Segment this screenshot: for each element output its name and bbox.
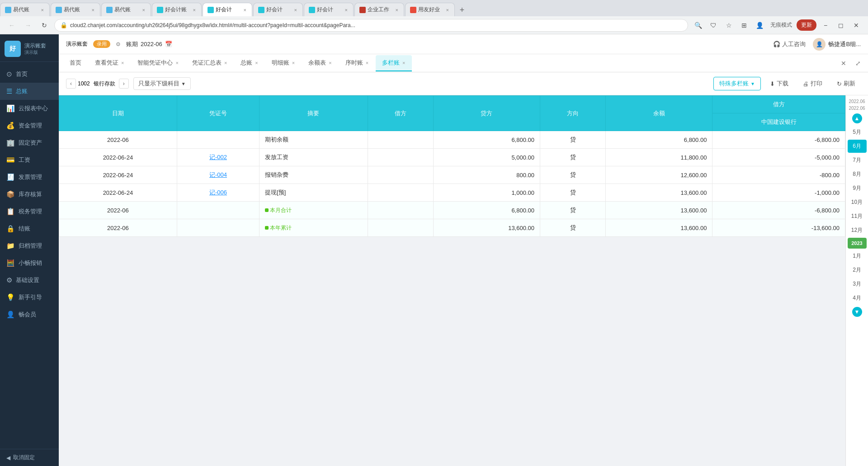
settings-gear-icon[interactable]: ⚙ bbox=[116, 41, 121, 47]
headset-icon: 🎧 bbox=[773, 41, 780, 47]
tab-close-6[interactable]: × bbox=[293, 7, 298, 13]
sidebar-item-archive[interactable]: 📁 归档管理 bbox=[0, 237, 59, 254]
month-10[interactable]: 10月 bbox=[848, 196, 867, 209]
sidebar-item-invoice[interactable]: 🧾 发票管理 bbox=[0, 169, 59, 186]
search-button[interactable]: 🔍 bbox=[692, 19, 704, 32]
cell-voucher-1[interactable]: 记-002 bbox=[177, 149, 259, 166]
period-selector[interactable]: 账期 2022-06 📅 bbox=[126, 40, 172, 48]
month-2[interactable]: 2月 bbox=[848, 264, 867, 277]
tab-balance[interactable]: 余额表 × bbox=[302, 55, 338, 71]
reload-button[interactable]: ↻ bbox=[38, 19, 51, 32]
close-panel-button[interactable]: ✕ bbox=[838, 58, 849, 69]
tab-6[interactable]: 好会计 × bbox=[253, 3, 303, 16]
sidebar-item-asset[interactable]: 🏢 固定资产 bbox=[0, 134, 59, 151]
month-12[interactable]: 12月 bbox=[848, 224, 867, 237]
expand-panel-button[interactable]: ⤢ bbox=[853, 58, 863, 69]
tab-sequence[interactable]: 序时账 × bbox=[339, 55, 375, 71]
sidebar-item-ledger[interactable]: ☰ 总账 bbox=[0, 83, 59, 100]
tab-ledger[interactable]: 总账 × bbox=[234, 55, 264, 71]
consultant-button[interactable]: 🎧 人工咨询 bbox=[773, 40, 806, 48]
print-button[interactable]: 🖨 打印 bbox=[797, 77, 828, 90]
tab-smart[interactable]: 智能凭证中心 × bbox=[131, 55, 184, 71]
download-button[interactable]: ⬇ 下载 bbox=[764, 77, 794, 90]
month-4[interactable]: 4月 bbox=[848, 292, 867, 305]
month-5[interactable]: 5月 bbox=[848, 126, 867, 139]
month-9[interactable]: 9月 bbox=[848, 182, 867, 195]
logo-text: 演示账套 演示版 bbox=[24, 42, 46, 56]
sidebar-item-expense[interactable]: 🧮 小畅报销 bbox=[0, 254, 59, 272]
tab-close-8[interactable]: × bbox=[395, 7, 399, 13]
minimize-button[interactable]: − bbox=[819, 19, 832, 32]
cell-voucher-2[interactable]: 记-004 bbox=[177, 166, 259, 184]
pin-toggle[interactable]: ◀ 取消固定 bbox=[0, 449, 59, 466]
tab-4[interactable]: 好会计账 × bbox=[152, 3, 202, 16]
sidebar-item-guide[interactable]: 💡 新手引导 bbox=[0, 289, 59, 306]
tab-multi[interactable]: 多栏账 × bbox=[376, 55, 411, 71]
restore-button[interactable]: ◻ bbox=[835, 19, 847, 32]
scroll-down-button[interactable]: ▼ bbox=[852, 307, 862, 317]
tab-summary[interactable]: 凭证汇总表 × bbox=[186, 55, 233, 71]
sidebar-item-tax[interactable]: 📋 税务管理 bbox=[0, 203, 59, 220]
close-window-button[interactable]: ✕ bbox=[850, 19, 863, 32]
tab-7[interactable]: 好会计 × bbox=[304, 3, 354, 16]
tab-2[interactable]: 易代账 × bbox=[51, 3, 100, 16]
prev-account-button[interactable]: ‹ bbox=[66, 79, 76, 89]
tab-9[interactable]: 用友好业 × bbox=[405, 3, 455, 16]
month-11[interactable]: 11月 bbox=[848, 210, 867, 223]
tab-smart-close[interactable]: × bbox=[175, 60, 178, 66]
tab-close-7[interactable]: × bbox=[344, 7, 349, 13]
tab-close-2[interactable]: × bbox=[91, 7, 95, 13]
tab-close-9[interactable]: × bbox=[445, 7, 450, 13]
sidebar-item-fund[interactable]: 💰 资金管理 bbox=[0, 117, 59, 134]
th-credit: 贷方 bbox=[433, 96, 540, 131]
tab-detail-close[interactable]: × bbox=[292, 60, 295, 66]
tab-close-4[interactable]: × bbox=[192, 7, 197, 13]
month-3[interactable]: 3月 bbox=[848, 278, 867, 291]
update-button[interactable]: 更新 bbox=[797, 19, 816, 31]
cell-voucher-3[interactable]: 记-006 bbox=[177, 184, 259, 202]
forward-button[interactable]: → bbox=[22, 19, 34, 32]
tab-detail[interactable]: 明细账 × bbox=[265, 55, 301, 71]
tab-3[interactable]: 易代账 × bbox=[101, 3, 151, 16]
tab-home[interactable]: 首页 bbox=[63, 55, 88, 71]
sidebar-item-salary[interactable]: 💳 工资 bbox=[0, 151, 59, 169]
month-1[interactable]: 1月 bbox=[848, 249, 867, 263]
address-bar[interactable]: 🔒 cloud2.chanjet.com/accounting/uh26t264… bbox=[54, 19, 688, 32]
tab-balance-close[interactable]: × bbox=[329, 60, 331, 66]
tab-ledger-close[interactable]: × bbox=[255, 60, 258, 66]
month-8[interactable]: 8月 bbox=[848, 168, 867, 181]
split-screen-button[interactable]: ⊞ bbox=[738, 19, 750, 32]
sidebar-item-report[interactable]: 📊 云报表中心 bbox=[0, 100, 59, 117]
sidebar-item-settings[interactable]: ⚙ 基础设置 bbox=[0, 272, 59, 289]
tab-voucher-close[interactable]: × bbox=[121, 60, 124, 66]
tab-close-5[interactable]: × bbox=[243, 7, 247, 13]
tab-close-3[interactable]: × bbox=[142, 7, 146, 13]
sidebar-item-home[interactable]: ⊙ 首页 bbox=[0, 66, 59, 83]
tab-close-1[interactable]: × bbox=[40, 7, 45, 13]
next-account-button[interactable]: › bbox=[119, 79, 129, 89]
profile-button[interactable]: 👤 bbox=[753, 19, 766, 32]
star-button[interactable]: ☆ bbox=[722, 19, 735, 32]
month-7[interactable]: 7月 bbox=[848, 154, 867, 167]
tab-sequence-close[interactable]: × bbox=[366, 60, 368, 66]
filter-dropdown[interactable]: 只显示下级科目 ▼ bbox=[133, 77, 191, 90]
scroll-up-button[interactable]: ▲ bbox=[852, 113, 862, 123]
sidebar-item-inventory[interactable]: 📦 库存核算 bbox=[0, 186, 59, 203]
new-tab-button[interactable]: + bbox=[456, 4, 468, 16]
sidebar-item-member[interactable]: 👤 畅会员 bbox=[0, 306, 59, 323]
tab-1[interactable]: 易代账 × bbox=[0, 3, 50, 16]
tab-voucher[interactable]: 查看凭证 × bbox=[89, 55, 130, 71]
refresh-button[interactable]: ↻ 刷新 bbox=[831, 77, 861, 90]
tab-summary-close[interactable]: × bbox=[224, 60, 227, 66]
shield-button[interactable]: 🛡 bbox=[707, 19, 720, 32]
back-button[interactable]: ← bbox=[5, 19, 18, 32]
tab-5[interactable]: 好会计 × bbox=[203, 3, 252, 16]
tab-multi-close[interactable]: × bbox=[402, 60, 405, 66]
tab-8[interactable]: 企业工作 × bbox=[354, 3, 404, 16]
month-6[interactable]: 6月 bbox=[848, 140, 867, 153]
sidebar-item-close[interactable]: 🔒 结账 bbox=[0, 220, 59, 237]
special-ledger-button[interactable]: 特殊多栏账 ▼ bbox=[713, 77, 761, 90]
user-info[interactable]: 👤 畅捷通B细... bbox=[813, 38, 861, 51]
status-badge[interactable]: 录用 bbox=[93, 40, 110, 48]
cell-credit-4: 6,800.00 bbox=[433, 202, 540, 219]
